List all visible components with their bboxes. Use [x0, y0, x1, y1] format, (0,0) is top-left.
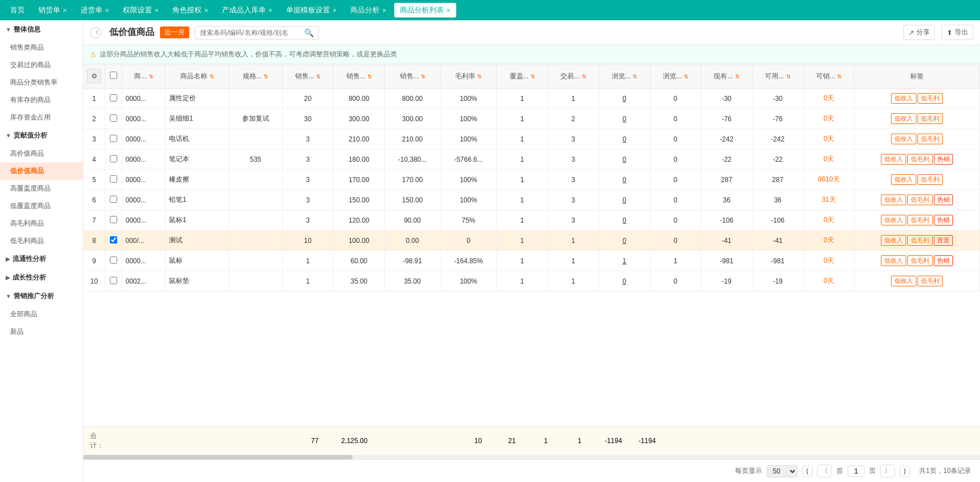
sidebar-group-circulation[interactable]: ▶ 流通性分析 [0, 250, 83, 268]
column-settings-button[interactable]: ⚙ [87, 69, 101, 83]
sidebar-group-growth[interactable]: ▶ 成长性分析 [0, 268, 83, 287]
views-link[interactable]: 0 [622, 216, 626, 224]
col-views2[interactable]: 浏览... ⇅ [650, 64, 701, 89]
cell-views1[interactable]: 0 [599, 109, 650, 129]
row-checkbox[interactable] [110, 155, 117, 162]
col-sales-amount[interactable]: 销售... ⇅ [333, 64, 385, 89]
export-button[interactable]: ⬆ 导出 [942, 25, 973, 40]
search-icon[interactable]: 🔍 [304, 28, 314, 37]
views-link[interactable]: 0 [622, 196, 626, 204]
cell-views1[interactable]: 0 [599, 190, 650, 210]
first-page-button[interactable]: ⟨ [802, 466, 813, 477]
close-icon[interactable]: ✕ [105, 7, 109, 14]
row-checkbox[interactable] [110, 277, 117, 284]
row-checkbox[interactable] [110, 175, 117, 183]
share-button[interactable]: ↗ 分享 [903, 25, 935, 40]
nav-template-settings[interactable]: 单据模板设置 ✕ [280, 3, 342, 17]
row-checkbox[interactable] [110, 135, 117, 142]
sidebar-group-marketing[interactable]: ▼ 营销推广分析 [0, 287, 83, 306]
col-gear[interactable]: ⚙ [83, 64, 105, 89]
sidebar-item-low-value[interactable]: 低价值商品 [0, 162, 83, 180]
views-link[interactable]: 1 [622, 257, 626, 265]
cell-views1[interactable]: 0 [599, 170, 650, 190]
cell-views1[interactable]: 0 [599, 129, 650, 149]
scrollbar-thumb[interactable] [83, 455, 353, 459]
cell-views1[interactable]: 0 [599, 210, 650, 231]
nav-home[interactable]: 首页 [5, 3, 30, 17]
sidebar-item-stock-goods[interactable]: 有库存的商品 [0, 91, 83, 109]
cell-checkbox[interactable] [105, 231, 122, 251]
close-icon[interactable]: ✕ [268, 7, 273, 14]
col-available[interactable]: 可用... ⇅ [752, 64, 804, 89]
close-icon[interactable]: ✕ [332, 7, 337, 14]
col-checkbox[interactable] [105, 64, 122, 89]
sidebar-item-high-margin[interactable]: 高毛利商品 [0, 215, 83, 232]
close-icon[interactable]: ✕ [63, 7, 67, 14]
close-icon[interactable]: ✕ [446, 7, 451, 14]
page-number-input[interactable] [848, 466, 865, 477]
col-sales-qty[interactable]: 销售... ⇅ [282, 64, 333, 89]
sidebar-item-new-goods[interactable]: 新品 [0, 323, 83, 341]
nav-permission-settings[interactable]: 权限设置 ✕ [117, 3, 164, 17]
row-checkbox[interactable] [110, 94, 117, 101]
row-checkbox[interactable] [110, 236, 117, 244]
sidebar-item-category-sales-rate[interactable]: 商品分类销售率 [0, 74, 83, 91]
sidebar-group-overall[interactable]: ▼ 整体信息 [0, 20, 83, 39]
cell-checkbox[interactable] [105, 109, 122, 129]
cell-checkbox[interactable] [105, 89, 122, 109]
close-icon[interactable]: ✕ [382, 7, 386, 14]
nav-product-analysis-list[interactable]: 商品分析列表 ✕ [394, 3, 456, 17]
nav-product-inbound[interactable]: 产成品入库单 ✕ [216, 3, 278, 17]
col-transactions[interactable]: 交易... ⇅ [548, 64, 599, 89]
col-saleable[interactable]: 可销... ⇅ [803, 64, 854, 89]
views-link[interactable]: 0 [622, 115, 626, 123]
sidebar-item-all-goods[interactable]: 全部商品 [0, 306, 83, 323]
last-page-button[interactable]: ⟩ [899, 466, 910, 477]
row-checkbox[interactable] [110, 257, 117, 264]
views-link[interactable]: 0 [622, 237, 626, 245]
sidebar-item-traded-goods[interactable]: 交易过的商品 [0, 56, 83, 74]
close-icon[interactable]: ✕ [154, 7, 159, 14]
select-all-checkbox[interactable] [110, 72, 117, 79]
cell-views1[interactable]: 0 [599, 231, 650, 251]
prev-page-button[interactable]: 〈 [817, 465, 832, 477]
col-current-stock[interactable]: 现有... ⇅ [701, 64, 752, 89]
cell-checkbox[interactable] [105, 271, 122, 291]
cell-views1[interactable]: 0 [599, 149, 650, 170]
nav-role-auth[interactable]: 角色授权 ✕ [167, 3, 214, 17]
horizontal-scrollbar[interactable] [83, 455, 980, 459]
col-gross-margin[interactable]: 毛利率 ⇅ [440, 64, 497, 89]
next-page-button[interactable]: 〉 [880, 465, 895, 477]
filter-tag-recent-month[interactable]: 近一月 [160, 26, 189, 38]
cell-views1[interactable]: 0 [599, 89, 650, 109]
nav-sales-order[interactable]: 销货单 ✕ [33, 3, 73, 17]
row-checkbox[interactable] [110, 114, 117, 122]
col-views1[interactable]: 浏览... ⇅ [599, 64, 650, 89]
views-link[interactable]: 0 [622, 156, 626, 163]
col-code[interactable]: 商... ⇅ [122, 64, 166, 89]
row-checkbox[interactable] [110, 216, 117, 223]
views-link[interactable]: 0 [622, 176, 626, 184]
sidebar-item-sales-goods[interactable]: 销售类商品 [0, 39, 83, 56]
sidebar-item-stock-capital[interactable]: 库存资金占用 [0, 109, 83, 126]
nav-purchase-order[interactable]: 进货单 ✕ [75, 3, 115, 17]
cell-checkbox[interactable] [105, 251, 122, 271]
sidebar-group-contribution[interactable]: ▼ 贡献值分析 [0, 126, 83, 145]
collapse-sidebar-button[interactable]: 《 [90, 27, 101, 38]
cell-checkbox[interactable] [105, 190, 122, 210]
close-icon[interactable]: ✕ [204, 7, 208, 14]
row-checkbox[interactable] [110, 196, 117, 203]
data-table-container[interactable]: ⚙ 商... ⇅ 商品名称 ⇅ 规格... ⇅ 销售... ⇅ 销售... ⇅ … [83, 64, 980, 426]
nav-product-analysis[interactable]: 商品分析 ✕ [345, 3, 392, 17]
sidebar-item-low-margin[interactable]: 低毛利商品 [0, 232, 83, 250]
sidebar-item-high-coverage[interactable]: 高覆盖度商品 [0, 180, 83, 197]
views-link[interactable]: 0 [622, 95, 626, 103]
cell-checkbox[interactable] [105, 129, 122, 149]
cell-checkbox[interactable] [105, 149, 122, 170]
search-input[interactable] [200, 29, 301, 37]
sidebar-item-high-value[interactable]: 高价值商品 [0, 145, 83, 162]
col-name[interactable]: 商品名称 ⇅ [166, 64, 229, 89]
col-sales-price[interactable]: 销售... ⇅ [385, 64, 440, 89]
page-size-select[interactable]: 50 100 [767, 465, 798, 477]
sidebar-item-low-coverage[interactable]: 低覆盖度商品 [0, 197, 83, 215]
